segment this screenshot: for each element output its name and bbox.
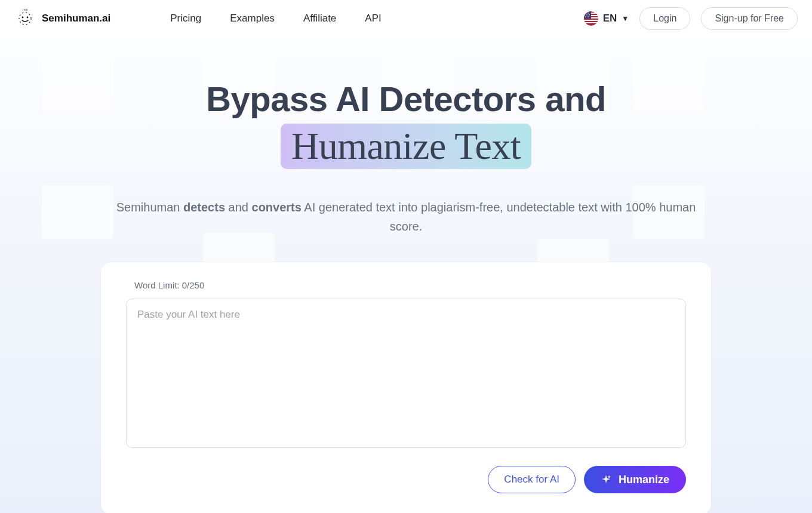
panel-actions: Check for AI Humanize: [126, 466, 686, 493]
svg-rect-10: [584, 11, 591, 19]
word-limit-label: Word Limit: 0/250: [134, 280, 686, 290]
subtitle-bold2: converts: [252, 201, 302, 214]
logo[interactable]: I H U Semihuman.ai: [14, 8, 110, 29]
svg-point-1: [22, 17, 24, 19]
editor-panel: Word Limit: 0/250 Check for AI Humanize: [101, 262, 711, 513]
hero-subtitle: Semihuman detects and converts AI genera…: [113, 198, 699, 236]
svg-point-0: [19, 13, 31, 24]
language-code: EN: [603, 13, 617, 24]
svg-point-13: [586, 14, 588, 16]
hero-title-highlight: Humanize Text: [281, 124, 531, 169]
language-selector[interactable]: EN ▼: [584, 11, 629, 26]
main-content: Bypass AI Detectors and Humanize Text Se…: [0, 37, 812, 513]
hero-title: Bypass AI Detectors and Humanize Text: [0, 79, 812, 169]
subtitle-prefix: Semihuman: [116, 201, 183, 214]
header: I H U Semihuman.ai Pricing Examples Affi…: [0, 0, 812, 37]
logo-icon: I H U: [14, 8, 36, 29]
svg-point-12: [588, 13, 589, 14]
svg-text:I H U: I H U: [22, 8, 27, 11]
nav-pricing[interactable]: Pricing: [170, 13, 201, 24]
login-button[interactable]: Login: [639, 7, 690, 30]
check-ai-button[interactable]: Check for AI: [488, 466, 576, 493]
svg-rect-9: [584, 22, 598, 23]
hero-title-line1: Bypass AI Detectors and: [206, 79, 606, 118]
subtitle-suffix: AI generated text into plagiarism-free, …: [302, 201, 696, 233]
svg-point-2: [27, 17, 29, 19]
svg-point-15: [585, 16, 586, 17]
sparkle-icon: [601, 474, 611, 485]
svg-point-11: [585, 13, 586, 14]
svg-point-16: [588, 16, 589, 17]
signup-button[interactable]: Sign-up for Free: [701, 7, 798, 30]
text-input[interactable]: [126, 299, 686, 448]
svg-rect-8: [584, 20, 598, 21]
flag-us-icon: [584, 11, 598, 26]
nav-api[interactable]: API: [365, 13, 381, 24]
nav-examples[interactable]: Examples: [230, 13, 275, 24]
humanize-button[interactable]: Humanize: [584, 466, 686, 493]
header-right: EN ▼ Login Sign-up for Free: [584, 7, 798, 30]
subtitle-bold1: detects: [183, 201, 225, 214]
brand-name: Semihuman.ai: [42, 13, 110, 24]
main-nav: Pricing Examples Affiliate API: [170, 13, 381, 24]
svg-point-14: [589, 14, 590, 16]
caret-down-icon: ▼: [622, 14, 629, 23]
humanize-button-label: Humanize: [619, 474, 669, 486]
nav-affiliate[interactable]: Affiliate: [303, 13, 336, 24]
subtitle-mid: and: [225, 201, 251, 214]
